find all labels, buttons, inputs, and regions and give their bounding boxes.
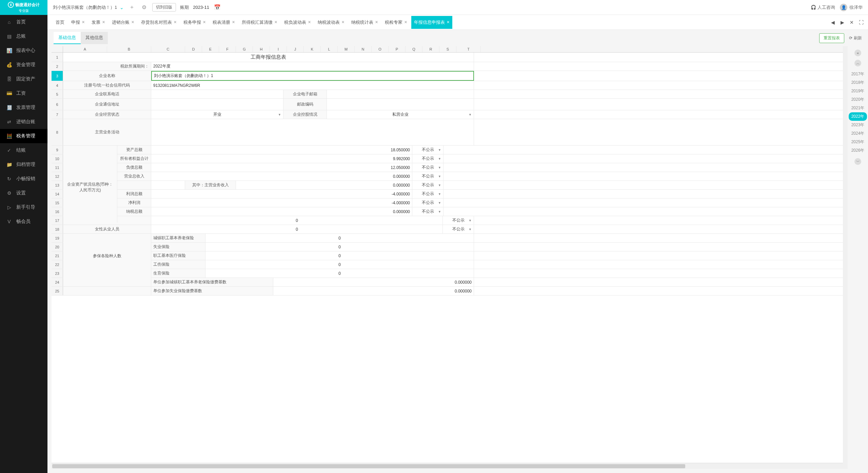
- cell[interactable]: 18.050000: [151, 146, 412, 154]
- tab[interactable]: 税务申报✕: [181, 16, 209, 29]
- column-header[interactable]: P: [389, 46, 406, 52]
- row-header[interactable]: 10: [52, 154, 63, 163]
- cell[interactable]: 企业名称: [63, 71, 151, 81]
- year-item[interactable]: 2025年: [849, 138, 867, 146]
- cell[interactable]: 职工基本医疗保险: [151, 251, 205, 260]
- cell[interactable]: 不公示: [412, 154, 443, 163]
- tab[interactable]: 纳税波动表✕: [315, 16, 347, 29]
- cell[interactable]: 税款所属期间：: [63, 62, 151, 71]
- year-item[interactable]: 2024年: [849, 129, 867, 138]
- row-header[interactable]: 15: [52, 198, 63, 207]
- add-icon[interactable]: ＋: [128, 3, 136, 12]
- row-header[interactable]: 4: [52, 81, 63, 90]
- row-header[interactable]: 13: [52, 181, 63, 189]
- sidebar-item-inout[interactable]: ⇄进销台账: [0, 115, 47, 129]
- cell[interactable]: [327, 99, 474, 110]
- sidebar-item-vip[interactable]: V畅会员: [0, 214, 47, 229]
- cell[interactable]: 不公示: [443, 216, 474, 225]
- year-down-icon[interactable]: ﹀: [854, 158, 861, 165]
- cell[interactable]: 91320811MA7NGR2W6R: [151, 81, 474, 90]
- cell[interactable]: 不公示: [412, 181, 443, 189]
- sidebar-item-guide[interactable]: ▷新手引导: [0, 200, 47, 214]
- cell[interactable]: -4.000000: [151, 190, 412, 198]
- column-header[interactable]: J: [287, 46, 304, 52]
- cell[interactable]: [327, 90, 474, 98]
- cell[interactable]: 负债总额: [117, 163, 151, 172]
- sidebar-item-archive[interactable]: 📁归档管理: [0, 157, 47, 172]
- vertical-scrollbar[interactable]: [843, 46, 848, 469]
- cell[interactable]: 开业: [151, 110, 283, 119]
- cell[interactable]: 其中：主营业务收入: [185, 181, 236, 189]
- column-header[interactable]: D: [185, 46, 202, 52]
- cell[interactable]: 营业总收入: [117, 172, 151, 181]
- row-header[interactable]: 2: [52, 62, 63, 71]
- consult-link[interactable]: 🎧 人工咨询: [811, 4, 835, 11]
- sub-tab-basic[interactable]: 基础信息: [54, 32, 81, 44]
- year-up-icon[interactable]: ︿: [854, 60, 861, 67]
- column-header[interactable]: A: [63, 46, 107, 52]
- close-icon[interactable]: ✕: [308, 20, 311, 24]
- cell[interactable]: 0: [205, 251, 474, 260]
- tab[interactable]: 申报✕: [68, 16, 87, 29]
- tab-next-icon[interactable]: ▶: [838, 18, 846, 26]
- cell[interactable]: 城镇职工基本养老保险: [151, 234, 205, 242]
- close-icon[interactable]: ✕: [203, 20, 206, 24]
- sidebar-item-expense[interactable]: ↻小畅报销: [0, 172, 47, 186]
- row-header[interactable]: 25: [52, 287, 63, 295]
- column-header[interactable]: S: [439, 46, 456, 52]
- company-name-cell[interactable]: 刘小艳演示账套（勿删勿动！）1: [151, 71, 474, 81]
- cell[interactable]: [151, 181, 185, 189]
- sidebar-item-asset[interactable]: 🗄固定资产: [0, 72, 47, 86]
- cell[interactable]: [151, 119, 474, 145]
- cell[interactable]: 利润总额: [117, 190, 151, 198]
- tab[interactable]: 年报信息申报表✕: [411, 16, 452, 29]
- cell[interactable]: [63, 287, 151, 295]
- column-header[interactable]: O: [372, 46, 389, 52]
- row-header[interactable]: 12: [52, 172, 63, 181]
- close-icon[interactable]: ✕: [82, 20, 85, 24]
- close-icon[interactable]: ✕: [232, 20, 235, 24]
- cell[interactable]: 失业保险: [151, 243, 205, 251]
- row-header[interactable]: 17: [52, 216, 63, 225]
- cell[interactable]: 单位参加城镇职工基本养老保险缴费基数: [151, 278, 273, 286]
- cell[interactable]: 工伤保险: [151, 260, 205, 269]
- year-item[interactable]: 2026年: [849, 146, 867, 155]
- cell[interactable]: [117, 181, 151, 189]
- sub-tab-other[interactable]: 其他信息: [81, 32, 108, 44]
- tab[interactable]: 首页: [53, 16, 67, 29]
- cell[interactable]: [63, 278, 151, 286]
- cell[interactable]: 12.050000: [151, 163, 412, 172]
- tab[interactable]: 发票✕: [89, 16, 108, 29]
- cell[interactable]: 0: [205, 260, 474, 269]
- cell[interactable]: 0.000000: [151, 172, 412, 181]
- close-icon[interactable]: ✕: [131, 20, 134, 24]
- column-header[interactable]: R: [422, 46, 439, 52]
- cell[interactable]: 0: [151, 225, 443, 233]
- cell[interactable]: [151, 90, 283, 98]
- row-header[interactable]: 5: [52, 90, 63, 98]
- cell[interactable]: 不公示: [412, 163, 443, 172]
- row-header[interactable]: 3: [52, 71, 63, 81]
- column-header[interactable]: C: [151, 46, 185, 52]
- column-header[interactable]: I: [270, 46, 287, 52]
- tab[interactable]: 所得税汇算清缴✕: [239, 16, 280, 29]
- cell[interactable]: 女性从业人员: [63, 225, 151, 233]
- year-item[interactable]: 2020年: [849, 95, 867, 104]
- cell[interactable]: 主营业务活动: [63, 119, 151, 145]
- sidebar-item-report[interactable]: 📊报表中心: [0, 43, 47, 58]
- row-header[interactable]: 16: [52, 207, 63, 216]
- column-header[interactable]: K: [304, 46, 321, 52]
- close-icon[interactable]: ✕: [341, 20, 344, 24]
- cell[interactable]: 单位参加失业保险缴费基数: [151, 287, 273, 295]
- cell[interactable]: 0.000000: [273, 278, 474, 286]
- sidebar-item-home[interactable]: ⌂首页: [0, 15, 47, 29]
- column-header[interactable]: M: [338, 46, 355, 52]
- row-header[interactable]: 8: [52, 119, 63, 145]
- column-header[interactable]: L: [321, 46, 338, 52]
- cell[interactable]: 企业通信地址: [63, 99, 151, 110]
- close-icon[interactable]: ✕: [274, 20, 277, 24]
- cell[interactable]: 企业控股情况: [283, 110, 327, 119]
- user-menu[interactable]: 👤 徐泽华: [840, 4, 863, 11]
- cell[interactable]: 资产总额: [117, 146, 151, 154]
- tab[interactable]: 进销台账✕: [109, 16, 137, 29]
